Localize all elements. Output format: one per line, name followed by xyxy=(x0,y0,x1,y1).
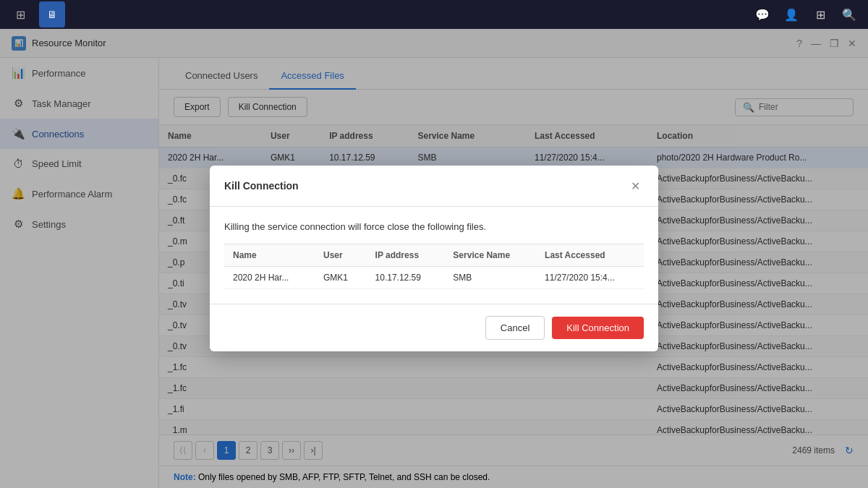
modal-col-user: User xyxy=(315,244,367,267)
topbar-chat-icon[interactable]: 💬 xyxy=(751,3,774,26)
modal-header: Kill Connection ✕ xyxy=(210,166,658,207)
modal-cell-name: 2020 2H Har... xyxy=(224,267,315,289)
modal-overlay: Kill Connection ✕ Killing the service co… xyxy=(0,29,868,488)
modal-table: Name User IP address Service Name Last A… xyxy=(224,244,644,289)
topbar-search-icon[interactable]: 🔍 xyxy=(838,3,861,26)
topbar: ⊞ 🖥 💬 👤 ⊞ 🔍 xyxy=(0,0,868,29)
modal-title: Kill Connection xyxy=(224,180,299,192)
modal-col-name: Name xyxy=(224,244,315,267)
modal-table-body: 2020 2H Har...GMK110.17.12.59SMB11/27/20… xyxy=(224,267,644,289)
modal-table-row: 2020 2H Har...GMK110.17.12.59SMB11/27/20… xyxy=(224,267,644,289)
topbar-grid-icon[interactable]: ⊞ xyxy=(7,1,33,27)
topbar-user-icon[interactable]: 👤 xyxy=(780,3,803,26)
modal-cell-last_accessed: 11/27/2020 15:4... xyxy=(536,267,644,289)
modal-col-ip: IP address xyxy=(367,244,445,267)
topbar-grid2-icon[interactable]: ⊞ xyxy=(809,3,832,26)
modal-body: Killing the service connection will forc… xyxy=(210,207,658,304)
topbar-app-icon[interactable]: 🖥 xyxy=(39,1,65,27)
modal-cell-ip: 10.17.12.59 xyxy=(367,267,445,289)
modal-footer: Cancel Kill Connection xyxy=(210,304,658,351)
modal-description: Killing the service connection will forc… xyxy=(224,221,644,232)
modal-cell-user: GMK1 xyxy=(315,267,367,289)
kill-connection-button[interactable]: Kill Connection xyxy=(552,317,644,339)
kill-connection-modal: Kill Connection ✕ Killing the service co… xyxy=(210,166,658,351)
modal-close-button[interactable]: ✕ xyxy=(626,177,644,194)
cancel-button[interactable]: Cancel xyxy=(485,316,545,340)
modal-col-service: Service Name xyxy=(444,244,536,267)
modal-col-last-accessed: Last Accessed xyxy=(536,244,644,267)
modal-table-header-row: Name User IP address Service Name Last A… xyxy=(224,244,644,267)
topbar-right-controls: 💬 👤 ⊞ 🔍 xyxy=(751,3,861,26)
modal-cell-service: SMB xyxy=(444,267,536,289)
